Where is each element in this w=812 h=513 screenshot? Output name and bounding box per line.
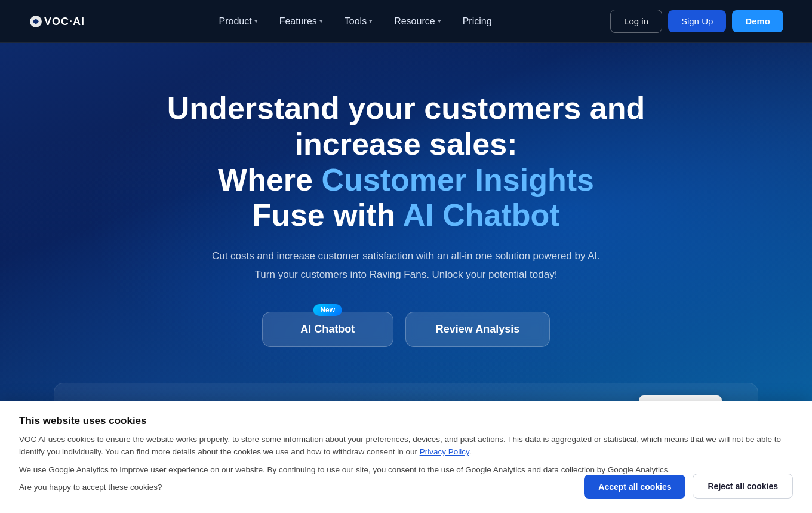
new-badge: New	[313, 304, 342, 316]
hero-subtitle: Cut costs and increase customer satisfac…	[203, 248, 609, 282]
cookie-actions: Accept all cookies Reject all cookies	[584, 474, 793, 499]
reject-cookies-button[interactable]: Reject all cookies	[693, 474, 793, 499]
ai-chatbot-button[interactable]: New AI Chatbot	[262, 312, 393, 347]
nav-features[interactable]: Features ▾	[271, 11, 331, 32]
privacy-policy-link[interactable]: Privacy Policy	[420, 447, 469, 456]
chevron-down-icon: ▾	[438, 17, 441, 25]
chevron-down-icon: ▾	[369, 17, 373, 25]
chevron-down-icon: ▾	[254, 17, 258, 25]
nav-links: Product ▾ Features ▾ Tools ▾ Resource ▾ …	[211, 11, 500, 32]
cookie-title: This website uses cookies	[19, 415, 793, 427]
cookie-banner: This website uses cookies VOC AI uses co…	[0, 401, 812, 513]
hero-title: Understand your customers and increase s…	[137, 91, 675, 234]
nav-tools[interactable]: Tools ▾	[336, 11, 381, 32]
accept-cookies-button[interactable]: Accept all cookies	[584, 475, 685, 499]
review-analysis-button[interactable]: Review Analysis	[405, 312, 550, 347]
cookie-body: VOC AI uses cookies to ensure the websit…	[19, 433, 793, 459]
svg-text:VOC·AI: VOC·AI	[44, 16, 85, 27]
nav-product[interactable]: Product ▾	[211, 11, 266, 32]
nav-resource[interactable]: Resource ▾	[386, 11, 449, 32]
login-button[interactable]: Log in	[610, 10, 662, 33]
demo-button[interactable]: Demo	[732, 10, 783, 32]
logo[interactable]: VOC·AI	[29, 11, 100, 32]
navbar: VOC·AI Product ▾ Features ▾ Tools ▾ Reso…	[0, 0, 812, 43]
nav-actions: Log in Sign Up Demo	[610, 10, 783, 33]
chevron-down-icon: ▾	[319, 17, 323, 25]
logo-svg: VOC·AI	[29, 11, 100, 32]
cta-group: New AI Chatbot Review Analysis	[24, 312, 788, 347]
signup-button[interactable]: Sign Up	[668, 10, 726, 32]
nav-pricing[interactable]: Pricing	[454, 11, 500, 32]
